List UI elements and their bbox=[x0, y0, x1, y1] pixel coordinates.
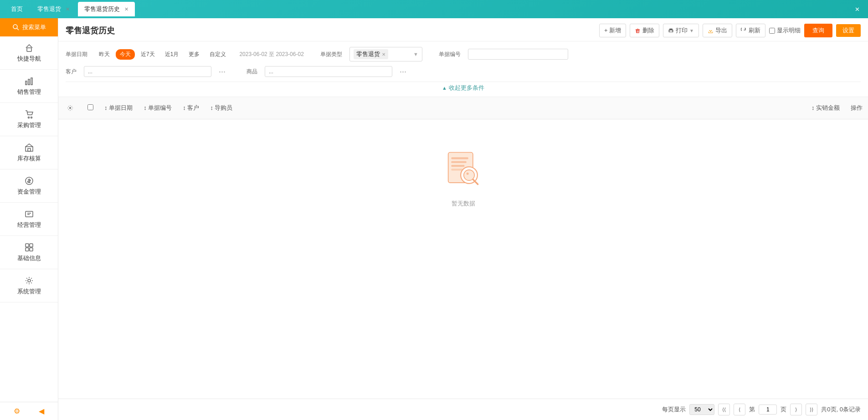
sidebar-item-finance-mgmt-label: 资金管理 bbox=[17, 188, 41, 196]
print-dropdown-icon[interactable]: ▼ bbox=[689, 28, 694, 33]
system-icon bbox=[24, 276, 34, 286]
th-action-label: 操作 bbox=[851, 104, 863, 111]
tab-home-label: 首页 bbox=[11, 5, 23, 13]
goods-filter-label: 商品 bbox=[247, 68, 257, 76]
sidebar-item-quick-nav-label: 快捷导航 bbox=[17, 55, 41, 63]
collapse-button[interactable]: ▲ 收起更多条件 bbox=[66, 82, 861, 94]
page-label: 页 bbox=[781, 405, 786, 414]
voucher-no-input[interactable] bbox=[468, 49, 568, 60]
customer-input[interactable] bbox=[84, 66, 211, 77]
sidebar-item-basic-info[interactable]: 基础信息 bbox=[0, 236, 58, 269]
svg-rect-17 bbox=[30, 248, 33, 251]
th-date: ↕ 单据日期 bbox=[99, 97, 138, 119]
operation-icon bbox=[24, 209, 34, 219]
sidebar-item-operation-mgmt[interactable]: 经营管理 bbox=[0, 203, 58, 236]
th-settings bbox=[58, 97, 82, 119]
voucher-type-dropdown-icon[interactable]: ▼ bbox=[413, 51, 418, 57]
select-all-checkbox[interactable] bbox=[87, 104, 93, 110]
date-btn-custom[interactable]: 自定义 bbox=[205, 49, 230, 60]
filter-area: 单据日期 昨天 今天 近7天 近1月 更多 自定义 2023-06-02 至 2… bbox=[58, 41, 868, 97]
new-button[interactable]: + 新增 bbox=[599, 24, 626, 37]
goods-ellipsis[interactable]: ··· bbox=[400, 67, 406, 76]
voucher-no-label: 单据编号 bbox=[439, 51, 461, 58]
tab-retail-return[interactable]: 零售退货 ✕ bbox=[31, 2, 76, 16]
delete-icon bbox=[635, 28, 641, 34]
delete-button[interactable]: 删除 bbox=[630, 24, 659, 37]
sidebar-bottom: ⚙ ◀ bbox=[0, 402, 58, 420]
sidebar-item-finance-mgmt[interactable]: 资金管理 bbox=[0, 169, 58, 203]
page-header: 零售退货历史 + 新增 删除 打印 ▼ 导出 bbox=[58, 18, 868, 41]
search-icon bbox=[12, 24, 20, 31]
new-button-label: + 新增 bbox=[604, 26, 621, 35]
page-last-button[interactable]: ⟩⟩ bbox=[806, 404, 817, 415]
page-first-button[interactable]: ⟨⟨ bbox=[718, 404, 730, 415]
table-area: ↕ 单据日期 ↕ 单据编号 ↕ 客户 ↕ 导购员 ↕ bbox=[58, 97, 868, 399]
svg-point-19 bbox=[69, 107, 71, 109]
voucher-type-select[interactable]: 零售退货 ✕ ▼ bbox=[349, 47, 422, 61]
th-amount: ↕ 实销金额 bbox=[806, 97, 845, 119]
page-size-select[interactable]: 50 20 100 bbox=[689, 404, 714, 415]
export-button[interactable]: 导出 bbox=[703, 24, 732, 37]
sidebar-item-system-mgmt[interactable]: 系统管理 bbox=[0, 269, 58, 302]
sidebar-item-sales-mgmt[interactable]: 销售管理 bbox=[0, 70, 58, 103]
goods-input[interactable] bbox=[265, 66, 392, 77]
finance-icon bbox=[24, 176, 34, 186]
empty-illustration bbox=[441, 147, 486, 192]
sidebar-item-basic-info-label: 基础信息 bbox=[17, 254, 41, 262]
sidebar-search[interactable]: 搜索菜单 bbox=[0, 18, 58, 36]
page-prev-button[interactable]: ⟨ bbox=[734, 404, 745, 415]
query-button[interactable]: 查询 bbox=[804, 24, 832, 37]
show-detail-checkbox[interactable] bbox=[769, 28, 775, 34]
svg-rect-11 bbox=[26, 211, 33, 217]
content-area: 零售退货历史 + 新增 删除 打印 ▼ 导出 bbox=[58, 18, 868, 420]
page-input[interactable] bbox=[759, 405, 777, 415]
date-btn-yesterday[interactable]: 昨天 bbox=[95, 49, 114, 60]
info-icon bbox=[24, 242, 34, 252]
customer-ellipsis[interactable]: ··· bbox=[219, 67, 226, 76]
tab-retail-return-close[interactable]: ✕ bbox=[66, 6, 70, 12]
date-range-display: 2023-06-02 至 2023-06-02 bbox=[239, 51, 303, 58]
date-btn-more[interactable]: 更多 bbox=[185, 49, 204, 60]
home-icon bbox=[24, 43, 34, 53]
sidebar-item-system-mgmt-label: 系统管理 bbox=[17, 287, 41, 296]
show-detail-label: 显示明细 bbox=[777, 26, 801, 35]
sidebar: 搜索菜单 快捷导航 销售管理 bbox=[0, 18, 58, 420]
table-settings-button[interactable] bbox=[64, 102, 77, 114]
show-detail-checkbox-label[interactable]: 显示明细 bbox=[769, 26, 801, 35]
date-btn-1month[interactable]: 近1月 bbox=[161, 49, 183, 60]
svg-rect-22 bbox=[451, 161, 466, 163]
sidebar-search-label: 搜索菜单 bbox=[22, 23, 46, 31]
setting-button[interactable]: 设置 bbox=[836, 24, 861, 37]
empty-state: 暂无数据 bbox=[58, 119, 868, 235]
svg-rect-16 bbox=[26, 248, 29, 251]
th-spacer bbox=[238, 97, 806, 119]
svg-point-0 bbox=[13, 25, 17, 29]
tab-retail-return-history-close[interactable]: ✕ bbox=[124, 6, 128, 12]
refresh-button[interactable]: 刷新 bbox=[736, 24, 765, 37]
th-checkbox[interactable] bbox=[82, 97, 99, 119]
date-btn-7days[interactable]: 近7天 bbox=[137, 49, 159, 60]
sidebar-item-purchase-mgmt[interactable]: 采购管理 bbox=[0, 103, 58, 136]
page-next-button[interactable]: ⟩ bbox=[790, 404, 802, 415]
th-action: 操作 bbox=[845, 97, 868, 119]
sidebar-item-quick-nav[interactable]: 快捷导航 bbox=[0, 36, 58, 70]
date-btn-today[interactable]: 今天 bbox=[116, 49, 135, 60]
top-bar: 首页 零售退货 ✕ 零售退货历史 ✕ ✕ bbox=[0, 0, 868, 18]
window-close-button[interactable]: ✕ bbox=[851, 4, 863, 15]
svg-point-7 bbox=[31, 117, 32, 118]
audio-bottom-icon[interactable]: ◀ bbox=[39, 407, 44, 415]
svg-point-6 bbox=[28, 117, 29, 118]
gear-bottom-icon[interactable]: ⚙ bbox=[14, 407, 20, 415]
svg-rect-2 bbox=[27, 48, 31, 51]
refresh-button-label: 刷新 bbox=[749, 26, 760, 35]
sidebar-item-operation-mgmt-label: 经营管理 bbox=[17, 221, 41, 229]
svg-rect-21 bbox=[451, 157, 468, 159]
data-table: ↕ 单据日期 ↕ 单据编号 ↕ 客户 ↕ 导购员 ↕ bbox=[58, 97, 868, 119]
th-no: ↕ 单据编号 bbox=[138, 97, 177, 119]
customer-filter-label: 客户 bbox=[66, 68, 77, 76]
tab-retail-return-history[interactable]: 零售退货历史 ✕ bbox=[78, 2, 135, 16]
print-button[interactable]: 打印 ▼ bbox=[663, 24, 699, 37]
voucher-type-tag-close[interactable]: ✕ bbox=[382, 52, 385, 57]
sidebar-item-inventory[interactable]: 库存核算 bbox=[0, 136, 58, 169]
tab-home[interactable]: 首页 bbox=[5, 2, 29, 16]
